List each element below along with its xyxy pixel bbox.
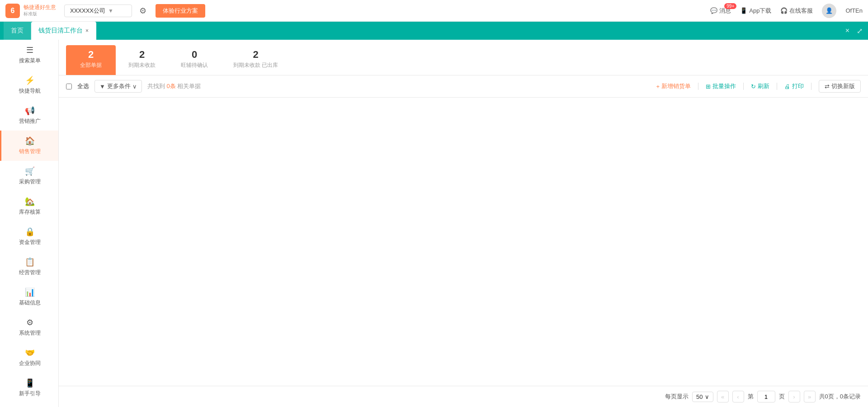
tab-close-window-icon[interactable]: × — [844, 25, 851, 37]
purchase-icon: 🛒 — [25, 166, 35, 176]
last-page-icon: » — [808, 393, 811, 400]
service-label: 在线客服 — [789, 7, 813, 15]
add-label: 新增销货单 — [661, 82, 691, 90]
stat-wangwang-num: 0 — [192, 49, 197, 61]
next-page-button[interactable]: › — [788, 391, 800, 402]
filter-button[interactable]: ▼ 更多条件 ∨ — [94, 80, 142, 93]
toolbar-divider-1 — [698, 83, 698, 90]
trial-button[interactable]: 体验行业方案 — [156, 4, 205, 18]
filter-label: 更多条件 — [107, 82, 131, 90]
logo-area: 6 畅捷通好生意 标准版 — [5, 4, 64, 18]
tab-workbench[interactable]: 钱货日清工作台 × — [31, 22, 96, 40]
tab-home-label: 首页 — [11, 27, 24, 35]
sidebar-item-base-info[interactable]: 📊 基础信息 — [0, 282, 58, 312]
username-label[interactable]: OfTEn — [845, 7, 863, 14]
first-page-button[interactable]: « — [717, 391, 729, 402]
sales-label: 销售管理 — [19, 148, 41, 155]
message-badge: 99+ — [724, 3, 736, 9]
system-label: 系统管理 — [19, 329, 41, 337]
stat-tab-wangwang[interactable]: 0 旺辅待确认 — [168, 45, 221, 75]
app-download-icon: 📱 — [740, 7, 747, 14]
print-icon: 🖨 — [784, 83, 790, 90]
per-page-arrow: ∨ — [705, 393, 709, 400]
toolbar-divider-4 — [811, 83, 811, 90]
enterprise-icon: 🤝 — [25, 348, 35, 358]
sidebar-item-finance[interactable]: 🔒 资金管理 — [0, 221, 58, 252]
print-button[interactable]: 🖨 打印 — [784, 82, 804, 90]
sidebar-item-app-center[interactable]: 🎁 应用中心 — [0, 403, 58, 407]
total-info: 共0页，0条记录 — [819, 393, 861, 401]
add-order-button[interactable]: + 新增销货单 — [656, 82, 691, 90]
message-button[interactable]: 💬 消息 99+ — [710, 7, 731, 15]
stat-tab-unship[interactable]: 2 到期未收款 已出库 — [221, 45, 291, 75]
stat-overdue-label: 到期未收款 — [128, 61, 156, 69]
beginner-icon: 📱 — [25, 378, 35, 388]
stat-all-num: 2 — [88, 49, 94, 61]
sidebar-item-enterprise[interactable]: 🤝 企业协同 — [0, 342, 58, 373]
header-right: 💬 消息 99+ 📱 App下载 🎧 在线客服 👤 OfTEn — [710, 4, 863, 18]
prev-page-icon: ‹ — [737, 393, 739, 400]
quick-nav-icon: ⚡ — [25, 75, 35, 85]
avatar[interactable]: 👤 — [822, 4, 836, 18]
refresh-icon: ↻ — [751, 83, 756, 90]
system-icon: ⚙ — [26, 318, 33, 327]
prev-page-button[interactable]: ‹ — [732, 391, 744, 402]
settings-icon: ⚙ — [139, 6, 146, 16]
page-label: 第 — [748, 393, 754, 401]
stat-unship-label: 到期未收款 已出库 — [233, 61, 278, 69]
found-text: 共找到 0条 相关单据 — [147, 82, 201, 90]
app-version: 标准版 — [24, 11, 56, 17]
batch-icon: ⊞ — [706, 83, 711, 90]
online-service-button[interactable]: 🎧 在线客服 — [780, 7, 813, 15]
sidebar-item-beginner[interactable]: 📱 新手引导 — [0, 373, 58, 403]
tab-close-icon[interactable]: × — [85, 28, 89, 34]
switch-version-button[interactable]: ⇄ 切换新版 — [819, 80, 861, 93]
stat-tab-overdue[interactable]: 2 到期未收款 — [116, 45, 168, 75]
page-suffix: 页 — [779, 393, 785, 401]
filter-icon: ▼ — [99, 83, 105, 90]
toolbar-divider-3 — [777, 83, 777, 90]
app-download-label: App下载 — [749, 7, 771, 15]
stat-tab-all[interactable]: 2 全部单据 — [66, 45, 116, 75]
quick-nav-label: 快捷导航 — [19, 87, 41, 95]
batch-operation-button[interactable]: ⊞ 批量操作 — [706, 82, 736, 90]
nav-tabs-right: × ⤢ — [844, 25, 864, 37]
marketing-icon: 📢 — [25, 106, 35, 116]
stat-all-label: 全部单据 — [80, 61, 102, 69]
sales-icon: 🏠 — [25, 136, 35, 146]
per-page-select[interactable]: 50 ∨ — [692, 392, 713, 402]
print-label: 打印 — [792, 82, 804, 90]
base-info-label: 基础信息 — [19, 299, 41, 307]
refresh-button[interactable]: ↻ 刷新 — [751, 82, 769, 90]
finance-label: 资金管理 — [19, 239, 41, 246]
sidebar-item-quick-nav[interactable]: ⚡ 快捷导航 — [0, 70, 58, 100]
pagination: 每页显示 50 ∨ « ‹ 第 页 › » 共0页，0条记录 — [59, 386, 868, 407]
switch-icon: ⇄ — [825, 83, 830, 90]
sidebar-item-search-menu[interactable]: ☰ 搜索菜单 — [0, 40, 58, 70]
tab-home[interactable]: 首页 — [4, 22, 31, 40]
sidebar-item-system[interactable]: ⚙ 系统管理 — [0, 312, 58, 342]
tab-expand-icon[interactable]: ⤢ — [855, 25, 864, 37]
sidebar-item-sales[interactable]: 🏠 销售管理 — [0, 131, 58, 161]
select-all-checkbox[interactable] — [66, 84, 72, 89]
operations-icon: 📋 — [25, 257, 35, 267]
first-page-icon: « — [721, 393, 724, 400]
sidebar-item-marketing[interactable]: 📢 营销推广 — [0, 100, 58, 131]
per-page-label: 每页显示 — [665, 393, 689, 401]
enterprise-label: 企业协同 — [19, 360, 41, 367]
sidebar-item-purchase[interactable]: 🛒 采购管理 — [0, 161, 58, 191]
company-selector[interactable]: XXXXXX公司 ▼ — [64, 5, 132, 17]
settings-button[interactable]: ⚙ — [136, 4, 150, 18]
next-page-icon: › — [793, 393, 795, 400]
sidebar-item-inventory[interactable]: 🏡 库存核算 — [0, 191, 58, 221]
sidebar-item-operations[interactable]: 📋 经营管理 — [0, 252, 58, 282]
last-page-button[interactable]: » — [804, 391, 816, 402]
batch-label: 批量操作 — [712, 82, 736, 90]
sidebar: ☰ 搜索菜单 ⚡ 快捷导航 📢 营销推广 🏠 销售管理 🛒 采购管理 🏡 库存核… — [0, 40, 59, 407]
app-download-button[interactable]: 📱 App下载 — [740, 7, 771, 15]
tab-workbench-label: 钱货日清工作台 — [38, 27, 83, 35]
page-number-input[interactable] — [757, 391, 775, 402]
nav-tabs: 首页 钱货日清工作台 × × ⤢ — [0, 22, 868, 40]
finance-icon: 🔒 — [25, 227, 35, 237]
stat-unship-num: 2 — [253, 49, 259, 61]
